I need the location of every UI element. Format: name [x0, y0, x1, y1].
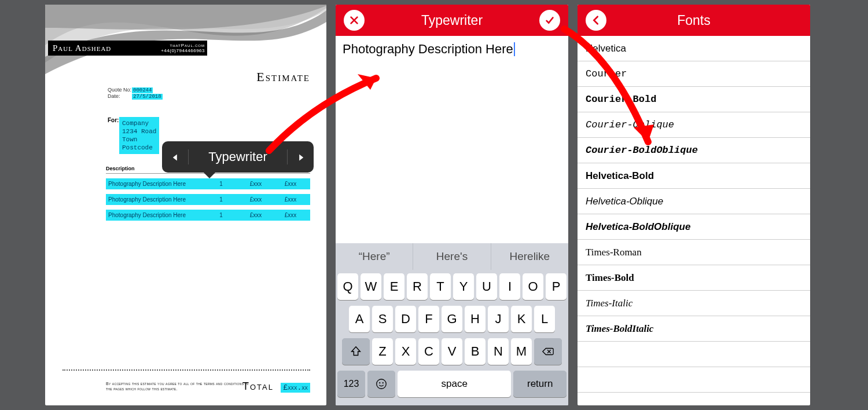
editor-topbar: Typewriter [336, 5, 568, 36]
key-h[interactable]: H [465, 306, 486, 332]
name-banner: Paul Adshead thatPaul.com +44(0)79444669… [48, 41, 207, 56]
key-u[interactable]: U [476, 273, 497, 300]
contact-block: thatPaul.com +44(0)7944466963 [161, 43, 207, 53]
suggestion[interactable]: Here's [413, 243, 491, 270]
author-name: Paul Adshead [48, 43, 161, 53]
font-picker-screen: Fonts HelveticaCourierCourier-BoldCourie… [578, 5, 810, 405]
website: thatPaul.com [161, 43, 205, 48]
key-j[interactable]: J [488, 306, 509, 332]
font-option[interactable]: Courier [578, 61, 810, 87]
key-y[interactable]: Y [453, 273, 474, 300]
text-content: Photography Description Here [343, 42, 513, 56]
cancel-button[interactable] [344, 10, 365, 31]
total-label: Total [242, 380, 274, 392]
address-block[interactable]: Company 1234 Road Town Postcode [119, 117, 159, 154]
font-option[interactable]: Times-Italic [578, 291, 810, 316]
address-line: 1234 Road [122, 127, 156, 136]
text-cursor [514, 42, 515, 56]
key-k[interactable]: K [511, 306, 532, 332]
backspace-key[interactable] [534, 338, 562, 365]
key-g[interactable]: G [442, 306, 462, 332]
svg-point-1 [379, 382, 380, 383]
fonts-title: Fonts [606, 13, 781, 28]
emoji-key[interactable] [367, 371, 395, 397]
font-option[interactable]: Times-Bold [578, 265, 810, 291]
fonts-topbar: Fonts [578, 5, 810, 36]
key-b[interactable]: B [465, 338, 486, 365]
keyboard-suggestions: “Here” Here's Herelike [336, 243, 568, 270]
key-f[interactable]: F [418, 306, 439, 332]
date-value[interactable]: 27/5/2018 [132, 94, 163, 100]
font-option[interactable]: Courier-BoldOblique [578, 138, 810, 163]
numbers-key[interactable]: 123 [337, 371, 365, 397]
suggestion[interactable]: Herelike [491, 243, 568, 270]
key-z[interactable]: Z [372, 338, 393, 365]
address-line: Company [122, 119, 156, 127]
key-w[interactable]: W [361, 273, 381, 300]
popover-typewriter-button[interactable]: Typewriter [189, 149, 287, 164]
popover-next-button[interactable] [287, 149, 314, 164]
back-button[interactable] [586, 10, 606, 31]
font-option[interactable]: Helvetica-Bold [578, 163, 810, 189]
key-c[interactable]: C [418, 338, 439, 365]
key-o[interactable]: O [523, 273, 543, 300]
font-list[interactable]: HelveticaCourierCourier-BoldCourier-Obli… [578, 36, 810, 405]
key-m[interactable]: M [511, 338, 532, 365]
confirm-button[interactable] [539, 10, 560, 31]
font-option[interactable]: Courier-Oblique [578, 112, 810, 138]
key-r[interactable]: R [407, 273, 428, 300]
key-s[interactable]: S [372, 306, 393, 332]
typewriter-editor-screen: Typewriter Photography Description Here … [336, 5, 568, 405]
key-v[interactable]: V [442, 338, 462, 365]
font-option[interactable]: Times-BoldItalic [578, 316, 810, 342]
editor-title: Typewriter [365, 13, 539, 28]
keyboard: QWERTYUIOP ASDFGHJKL ZXCVBNM 123 space r… [336, 270, 568, 405]
context-menu-popover: Typewriter [162, 141, 314, 173]
table-row[interactable]: Photography Description Here1£xxx£xxx [106, 210, 310, 221]
total-block: Total £xxx.xx [242, 380, 310, 393]
key-x[interactable]: X [395, 338, 416, 365]
address-line: Postcode [122, 144, 156, 152]
divider [62, 369, 310, 371]
return-key[interactable]: return [513, 371, 567, 397]
key-p[interactable]: P [546, 273, 567, 300]
suggestion[interactable]: “Here” [336, 243, 413, 270]
font-option[interactable]: Helvetica-Oblique [578, 189, 810, 214]
date-label: Date: [108, 93, 132, 99]
popover-prev-button[interactable] [162, 149, 189, 164]
terms-text: By accepting this estimate you agree to … [106, 381, 251, 391]
quote-no-value[interactable]: 000244 [132, 87, 153, 93]
phone: +44(0)7944466963 [161, 48, 205, 53]
key-a[interactable]: A [349, 306, 370, 332]
key-t[interactable]: T [430, 273, 451, 300]
key-e[interactable]: E [384, 273, 404, 300]
total-value[interactable]: £xxx.xx [281, 383, 310, 393]
font-option[interactable]: Helvetica [578, 36, 810, 61]
table-row[interactable]: Photography Description Here1£xxx£xxx [106, 194, 310, 205]
document-title: Estimate [256, 69, 310, 85]
space-key[interactable]: space [398, 371, 511, 397]
font-option[interactable]: Courier-Bold [578, 87, 810, 112]
key-n[interactable]: N [488, 338, 509, 365]
key-l[interactable]: L [534, 306, 555, 332]
font-option-empty [578, 342, 810, 367]
for-label: For: [108, 117, 119, 123]
font-option-empty [578, 367, 810, 393]
font-option[interactable]: Times-Roman [578, 240, 810, 265]
address-line: Town [122, 136, 156, 144]
shift-key[interactable] [342, 338, 370, 365]
font-option[interactable]: Helvetica-BoldOblique [578, 214, 810, 240]
text-input-area[interactable]: Photography Description Here [336, 36, 568, 243]
key-i[interactable]: I [499, 273, 520, 300]
table-row[interactable]: Photography Description Here1£xxx£xxx [106, 178, 310, 189]
key-d[interactable]: D [395, 306, 416, 332]
estimate-document-screen: Paul Adshead thatPaul.com +44(0)79444669… [45, 5, 326, 405]
svg-point-0 [377, 379, 387, 389]
quote-no-label: Quote No: [108, 87, 132, 93]
svg-point-2 [382, 382, 384, 383]
key-q[interactable]: Q [337, 273, 358, 300]
quote-meta: Quote No:000244 Date:27/5/2018 [108, 87, 163, 100]
